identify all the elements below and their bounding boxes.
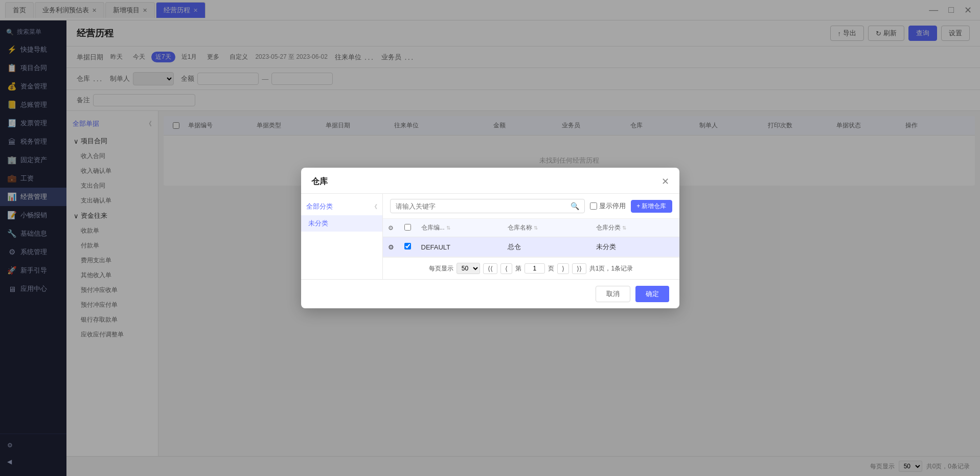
row-checkbox: [399, 237, 416, 257]
modal-col-id: 仓库编... ⇅: [416, 219, 503, 237]
row-select-checkbox[interactable]: [404, 243, 411, 250]
warehouse-modal: 仓库 ✕ 全部分类 《 未分类 🔍: [301, 168, 679, 308]
row-name-value: 总仓: [508, 243, 521, 251]
row-id: DEFAULT: [416, 237, 503, 257]
modal-last-page[interactable]: ⟩⟩: [572, 263, 586, 274]
modal-right: 🔍 显示停用 + 新增仓库: [383, 194, 679, 279]
sort-id-icon: ⇅: [446, 225, 450, 231]
modal-col-checkbox: [399, 219, 416, 237]
modal-prev-page[interactable]: ⟨: [500, 263, 512, 274]
modal-first-page[interactable]: ⟨⟨: [483, 263, 497, 274]
modal-search-icon: 🔍: [571, 202, 579, 210]
modal-confirm-button[interactable]: 确定: [635, 286, 669, 302]
modal-col-name: 仓库名称 ⇅: [503, 219, 591, 237]
modal-col-category-label: 仓库分类: [596, 224, 621, 231]
add-warehouse-label: + 新增仓库: [636, 202, 666, 211]
modal-footer: 取消 确定: [301, 279, 679, 308]
modal-per-page-select[interactable]: 50: [457, 263, 480, 274]
modal-total: 共1页，1条记录: [589, 264, 633, 273]
modal-col-name-label: 仓库名称: [508, 224, 532, 231]
modal-header: 仓库 ✕: [301, 168, 679, 194]
row-gear-icon: ⚙: [388, 243, 394, 251]
table-row[interactable]: ⚙ DEFAULT 总仓 未分类: [383, 237, 679, 257]
modal-close-btn[interactable]: ✕: [662, 176, 669, 187]
modal-page-input[interactable]: [525, 263, 545, 274]
modal-cat-unclassified-label: 未分类: [308, 219, 328, 227]
modal-cat-collapse-btn[interactable]: 《: [372, 203, 377, 211]
modal-per-page-label: 每页显示: [429, 264, 453, 273]
modal-next-page[interactable]: ⟩: [557, 263, 569, 274]
row-category-value: 未分类: [596, 243, 616, 251]
modal-overlay: 仓库 ✕ 全部分类 《 未分类 🔍: [0, 0, 980, 476]
modal-cancel-button[interactable]: 取消: [596, 286, 630, 302]
gear-icon: ⚙: [388, 224, 394, 232]
sort-category-icon: ⇅: [622, 225, 626, 231]
modal-select-all[interactable]: [404, 224, 411, 231]
modal-cat-header: 全部分类 《: [301, 199, 382, 215]
row-id-value: DEFAULT: [421, 243, 451, 251]
modal-search-box[interactable]: 🔍: [390, 199, 585, 213]
modal-table: ⚙ 仓库编... ⇅ 仓库名称: [383, 219, 679, 257]
modal-table-header-row: ⚙ 仓库编... ⇅ 仓库名称: [383, 219, 679, 237]
modal-search-input[interactable]: [396, 202, 571, 210]
modal-col-gear: ⚙: [383, 219, 399, 237]
modal-page-label: 第: [515, 264, 521, 273]
modal-body: 全部分类 《 未分类 🔍 显示停用: [301, 194, 679, 279]
modal-page-end: 页: [548, 264, 554, 273]
show-disabled-toggle[interactable]: 显示停用: [590, 201, 626, 211]
modal-category-panel: 全部分类 《 未分类: [301, 194, 383, 279]
modal-col-category: 仓库分类 ⇅: [591, 219, 679, 237]
row-name: 总仓: [503, 237, 591, 257]
show-disabled-label: 显示停用: [599, 201, 626, 211]
modal-toolbar: 🔍 显示停用 + 新增仓库: [383, 194, 679, 219]
modal-cat-unclassified[interactable]: 未分类: [301, 215, 382, 232]
add-warehouse-button[interactable]: + 新增仓库: [631, 200, 672, 213]
modal-pagination: 每页显示 50 ⟨⟨ ⟨ 第 页 ⟩ ⟩⟩ 共1页，1条记录: [383, 257, 679, 279]
modal-col-id-label: 仓库编...: [421, 224, 445, 231]
show-disabled-checkbox[interactable]: [590, 202, 597, 210]
row-category: 未分类: [591, 237, 679, 257]
row-gear: ⚙: [383, 237, 399, 257]
modal-title: 仓库: [311, 176, 328, 187]
modal-cat-label: 全部分类: [306, 202, 333, 211]
sort-name-icon: ⇅: [534, 225, 538, 231]
